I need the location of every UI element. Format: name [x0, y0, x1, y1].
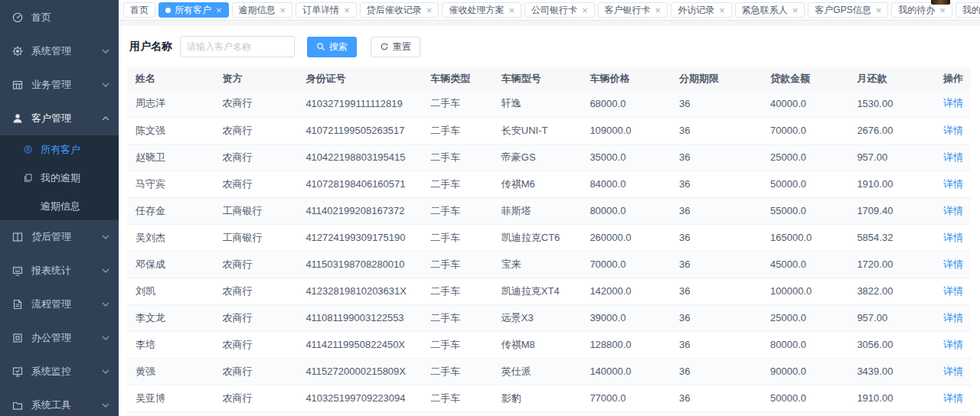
tab-order-details[interactable]: 订单详情× [296, 2, 357, 18]
cell-id-number: 41232819810203631X [298, 278, 423, 304]
cell-loan-amount: 50000.0 [763, 385, 849, 411]
col-header-vehicle-model: 车辆型号 [494, 67, 583, 90]
detail-link[interactable]: 详情 [943, 151, 963, 163]
cell-vehicle-price: 140000.0 [582, 358, 671, 385]
dashboard-icon [11, 11, 24, 24]
detail-link[interactable]: 详情 [943, 285, 963, 297]
cell-monthly-payment: 957.00 [849, 144, 925, 171]
tab-customer-bank-cards[interactable]: 客户银行卡× [598, 2, 668, 18]
close-icon[interactable]: × [280, 5, 286, 15]
detail-link[interactable]: 详情 [943, 392, 963, 404]
search-form: 用户名称 搜索 重置 [128, 26, 971, 67]
sidebar-item-system-monitor[interactable]: 系统监控 [0, 355, 119, 388]
close-icon[interactable]: × [792, 5, 799, 15]
tab-customer-gps-info[interactable]: 客户GPS信息× [808, 2, 888, 18]
cell-vehicle-model [494, 411, 583, 416]
sidebar-item-label: 逾期信息 [41, 200, 80, 213]
search-button[interactable]: 搜索 [307, 37, 357, 57]
sidebar-item-post-loan-mgmt[interactable]: 贷后管理 [0, 220, 119, 254]
detail-link[interactable]: 详情 [943, 232, 963, 243]
close-icon[interactable]: × [876, 5, 882, 15]
cell-name: 赵晓卫 [128, 144, 214, 171]
cell-vehicle-type: 二手车 [423, 144, 493, 171]
cell-loan-amount: 55000.0 [763, 197, 849, 224]
detail-link[interactable]: 详情 [943, 97, 963, 109]
chevron-down-icon [102, 403, 109, 408]
sidebar-item-system-mgmt[interactable]: 系统管理 [0, 34, 119, 68]
cell-id-number: 41152720000215809X [298, 358, 423, 385]
sidebar-item-all-customers[interactable]: 所有客户 [0, 135, 119, 164]
cell-vehicle-type: 二手车 [423, 385, 493, 411]
table-row: 吴刘杰 工商银行 412724199309175190 二手车 凯迪拉克CT6 … [128, 224, 971, 251]
folder-icon [11, 399, 24, 411]
detail-link[interactable]: 详情 [943, 339, 963, 350]
tab-post-loan-collection-records[interactable]: 贷后催收记录× [360, 2, 439, 18]
tab-emergency-contacts[interactable]: 紧急联系人× [735, 2, 805, 18]
tab-field-visit-records[interactable]: 外访记录× [671, 2, 732, 18]
cell-vehicle-price: 128800.0 [582, 331, 671, 358]
reset-button[interactable]: 重置 [371, 37, 420, 57]
monitor-icon [11, 366, 24, 378]
cell-vehicle-model: 影豹 [494, 385, 583, 411]
sidebar-item-business-mgmt[interactable]: 业务管理 [0, 68, 119, 102]
columns-icon [11, 231, 24, 243]
close-icon[interactable]: × [426, 5, 433, 15]
customers-table: 姓名 资方 身份证号 车辆类型 车辆型号 车辆价格 分期期限 贷款金额 月还款 … [128, 67, 971, 416]
sidebar-item-process-mgmt[interactable]: 流程管理 [0, 288, 119, 321]
cell-funder: 农商行 [214, 385, 298, 411]
cell-id-number: 411081199003122553 [298, 304, 423, 331]
cell-installment-term: 36 [671, 385, 763, 411]
cell-vehicle-type: 二手车 [423, 117, 493, 144]
cell-vehicle-price: 68000.0 [582, 90, 671, 117]
close-icon[interactable]: × [655, 5, 662, 15]
detail-link[interactable]: 详情 [943, 258, 963, 270]
tab-home[interactable]: 首页 [123, 2, 155, 18]
sidebar-item-overdue-info[interactable]: 逾期信息 [0, 192, 119, 220]
cell-installment-term: 36 [671, 197, 763, 224]
close-icon[interactable]: × [216, 5, 222, 15]
cell-monthly-payment: 1910.00 [849, 171, 925, 197]
table-row: 李文龙 农商行 411081199003122553 二手车 远景X3 3900… [128, 304, 971, 331]
customer-name-input[interactable] [180, 36, 295, 57]
close-icon[interactable]: × [508, 5, 514, 15]
sidebar-item-report-stats[interactable]: 报表统计 [0, 254, 119, 288]
detail-link[interactable]: 详情 [943, 125, 963, 136]
cell-vehicle-model: 凯迪拉克XT4 [494, 278, 583, 304]
cell-funder: 农商行 [214, 278, 298, 304]
sidebar-item-home[interactable]: 首页 [0, 1, 119, 34]
cell-name: 任存金 [128, 197, 214, 224]
cell-funder: 农商行 [214, 171, 298, 197]
tab-collection-plans[interactable]: 催收处理方案× [442, 2, 521, 18]
cell-monthly-payment: 1720.00 [849, 251, 925, 278]
tab-all-customers[interactable]: 所有客户× [158, 2, 229, 18]
gear-icon [11, 45, 24, 57]
sidebar-item-customer-mgmt[interactable]: 客户管理 [0, 102, 119, 135]
sidebar-item-system-tools[interactable]: 系统工具 [0, 388, 119, 416]
sidebar-item-my-overdue[interactable]: 我的逾期 [0, 164, 119, 192]
tab-company-bank-cards[interactable]: 公司银行卡× [524, 2, 595, 18]
close-icon[interactable]: × [344, 5, 350, 15]
col-header-name: 姓名 [128, 67, 214, 90]
chevron-down-icon [102, 369, 109, 374]
cell-vehicle-type: 二手车 [423, 411, 493, 416]
close-icon[interactable]: × [939, 5, 946, 15]
sidebar-item-label: 首页 [31, 11, 109, 24]
detail-link[interactable]: 详情 [943, 178, 963, 190]
cell-name: 周志洋 [128, 90, 214, 117]
detail-link[interactable]: 详情 [943, 205, 963, 216]
sidebar-item-label: 业务管理 [31, 78, 102, 92]
detail-link[interactable]: 详情 [943, 312, 963, 323]
sidebar-item-label: 客户管理 [31, 112, 102, 125]
main-area: 首页 所有客户× 逾期信息× 订单详情× 贷后催收记录× 催收处理方案× 公司银… [119, 0, 980, 416]
cell-vehicle-model: 凯迪拉克CT6 [494, 224, 583, 251]
tab-my-todo[interactable]: 我的待办× [891, 2, 952, 18]
detail-link[interactable]: 详情 [943, 366, 963, 377]
tab-overdue-info[interactable]: 逾期信息× [232, 2, 293, 18]
close-icon[interactable]: × [719, 5, 725, 15]
avatar[interactable] [931, 0, 950, 5]
cell-id-number: 410728198406160571 [298, 171, 423, 197]
sidebar-item-label: 我的逾期 [41, 171, 80, 185]
tab-my-processes[interactable]: 我的流程× [956, 2, 980, 18]
sidebar-item-office-mgmt[interactable]: 办公管理 [0, 321, 119, 355]
close-icon[interactable]: × [582, 5, 588, 15]
